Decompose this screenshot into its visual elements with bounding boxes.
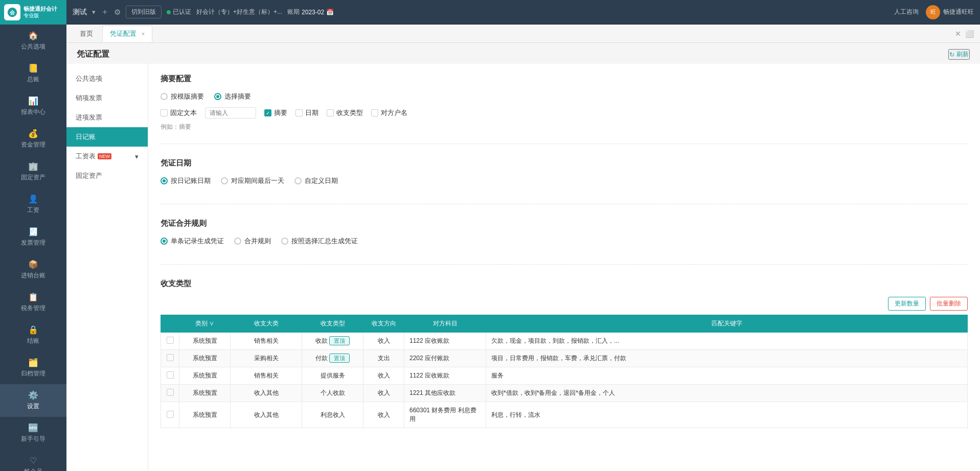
sidebar-item-closing[interactable]: 🔒 结账 (0, 319, 66, 351)
batch-delete-btn[interactable]: 批量删除 (930, 297, 968, 311)
help-btn[interactable]: 人工咨询 (894, 8, 919, 16)
income-type-table: 类别 ∨ 收支大类 收支类型 收支方向 对方科目 匹配关键字 系统预置 销售相关… (161, 315, 968, 428)
sidebar-item-tax[interactable]: 📋 税务管理 (0, 286, 66, 319)
merge-radio-aggregate[interactable]: 按照选择汇总生成凭证 (281, 237, 358, 246)
type-tag-btn[interactable]: 置顶 (329, 336, 350, 345)
content-header: 凭证配置 ↻ 刷新 (66, 43, 980, 64)
certified-dot (167, 10, 171, 14)
topbar-dropdown-arrow[interactable]: ▾ (92, 8, 96, 16)
leftnav-item-sales-invoice[interactable]: 销项发票 (66, 88, 148, 108)
sidebar-item-salary[interactable]: 👤 工资 (0, 188, 66, 221)
row-checkbox[interactable] (167, 354, 174, 361)
row-checkbox[interactable] (167, 371, 174, 379)
th-account: 对方科目 (404, 315, 486, 333)
row-checkbox[interactable] (167, 389, 174, 396)
th-direction: 收支方向 (363, 315, 404, 333)
row-major: 收入其他 (231, 385, 302, 402)
row-category: 系统预置 (179, 333, 231, 350)
merge-title: 凭证合并规则 (161, 219, 968, 228)
row-type: 利息收入 (302, 402, 363, 428)
leftnav-item-purchase-invoice[interactable]: 进项发票 (66, 108, 148, 127)
sidebar-item-archive[interactable]: 🗂️ 归档管理 (0, 351, 66, 384)
row-type: 提供服务 (302, 367, 363, 385)
maximize-icon[interactable]: ⬜ (965, 30, 974, 38)
date-radio-journal[interactable]: 按日记账日期 (161, 176, 211, 185)
sidebar: 会 畅捷通好会计 专业版 🏠 公共选项 📒 总账 📊 报表中心 💰 资金管理 🏢… (0, 0, 66, 471)
row-account: 1221 其他应收款 (404, 385, 486, 402)
row-checkbox-cell[interactable] (161, 350, 179, 367)
sidebar-item-label: 资金管理 (21, 140, 45, 149)
topbar-add-btn[interactable]: ＋ (101, 7, 109, 17)
topbar-right: 人工咨询 旺 畅捷通旺旺 (894, 5, 974, 19)
row-checkbox-cell[interactable] (161, 367, 179, 385)
user-menu[interactable]: 旺 畅捷通旺旺 (926, 5, 974, 19)
type-tag-btn[interactable]: 置顶 (329, 354, 350, 363)
tax-icon: 📋 (28, 292, 38, 302)
select-all-checkbox[interactable] (167, 319, 174, 326)
row-major: 销售相关 (231, 367, 302, 385)
checkbox-date[interactable]: 日期 (295, 108, 318, 117)
update-count-btn[interactable]: 更新数量 (888, 297, 926, 311)
calendar-icon[interactable]: 📅 (326, 9, 334, 16)
date-radio-last-day[interactable]: 对应期间最后一天 (221, 176, 284, 185)
tab-voucher-config[interactable]: 凭证配置 × (102, 26, 152, 42)
checkbox-fixed-text[interactable]: 固定文本 (161, 108, 197, 117)
radio-select-circle (214, 93, 221, 100)
row-keywords: 服务 (486, 367, 968, 385)
summary-radio-select[interactable]: 选择摘要 (214, 92, 251, 101)
merge-radio-single[interactable]: 单条记录生成凭证 (161, 237, 224, 246)
sidebar-item-home[interactable]: 🏠 公共选项 (0, 25, 66, 57)
refresh-btn[interactable]: ↻ 刷新 (948, 49, 970, 60)
table-row: 系统预置 收入其他 个人收款 收入 1221 其他应收款 收到*借款，收到*备用… (161, 385, 968, 402)
th-category[interactable]: 类别 ∨ (179, 315, 231, 333)
sidebar-item-label: 新手引导 (21, 435, 45, 443)
tab-close-btn[interactable]: × (142, 31, 145, 37)
fixed-text-checkbox (161, 109, 168, 116)
leftnav-item-payroll[interactable]: 工资表 NEW ▾ (66, 147, 148, 166)
sidebar-item-reports[interactable]: 📊 报表中心 (0, 90, 66, 123)
voucher-date-section: 凭证日期 按日记账日期 对应期间最后一天 自定义日期 (161, 158, 968, 204)
sidebar-item-purchase[interactable]: 📦 进销台账 (0, 253, 66, 286)
app-logo: 会 畅捷通好会计 专业版 (0, 0, 66, 25)
topbar-period: 账期 2023-02 📅 (287, 8, 334, 16)
checkbox-income-type[interactable]: 收支类型 (327, 108, 363, 117)
leftnav-item-journal[interactable]: 日记账 (66, 127, 148, 147)
summary-radio-template[interactable]: 按模版摘要 (161, 92, 204, 101)
row-checkbox-cell[interactable] (161, 402, 179, 428)
row-type: 收款 置顶 (302, 333, 363, 350)
summary-title: 摘要配置 (161, 74, 968, 84)
tab-home[interactable]: 首页 (73, 26, 100, 41)
fixed-text-input[interactable] (205, 107, 256, 119)
row-checkbox[interactable] (167, 337, 174, 344)
row-checkbox-cell[interactable] (161, 385, 179, 402)
sidebar-item-guide[interactable]: 🆕 新手引导 (0, 417, 66, 450)
checkbox-counterpart[interactable]: 对方户名 (371, 108, 407, 117)
row-checkbox[interactable] (167, 411, 174, 418)
row-account: 2202 应付账款 (404, 350, 486, 367)
leftnav-item-fixed-assets[interactable]: 固定资产 (66, 166, 148, 185)
sidebar-item-invoice[interactable]: 🧾 发票管理 (0, 221, 66, 253)
sidebar-item-ledger[interactable]: 📒 总账 (0, 57, 66, 90)
sidebar-item-label: 发票管理 (21, 239, 45, 247)
leftnav-item-public[interactable]: 公共选项 (66, 69, 148, 88)
sidebar-item-label: 设置 (27, 402, 39, 411)
date-radio-group: 按日记账日期 对应期间最后一天 自定义日期 (161, 176, 968, 185)
th-keyword: 匹配关键字 (486, 315, 968, 333)
row-checkbox-cell[interactable] (161, 333, 179, 350)
merge-radio-rules[interactable]: 合并规则 (234, 237, 271, 246)
row-keywords: 欠款，现金，项目款，到款，报销款，汇入，... (486, 333, 968, 350)
sidebar-item-funds[interactable]: 💰 资金管理 (0, 123, 66, 155)
switch-version-btn[interactable]: 切到旧版 (126, 6, 162, 18)
th-checkbox[interactable] (161, 315, 179, 333)
topbar-gear-btn[interactable]: ⚙ (114, 8, 121, 17)
th-major: 收支大类 (231, 315, 302, 333)
checkbox-summary[interactable]: ✓ 摘要 (264, 108, 287, 117)
sidebar-item-settings[interactable]: ⚙️ 设置 (0, 384, 66, 417)
page-title: 凭证配置 (77, 49, 109, 60)
date-radio-custom[interactable]: 自定义日期 (294, 176, 338, 185)
close-window-icon[interactable]: ✕ (955, 30, 961, 38)
sidebar-item-assets[interactable]: 🏢 固定资产 (0, 155, 66, 188)
row-account: 1122 应收账款 (404, 367, 486, 385)
sidebar-item-member[interactable]: ♡ 畅会员 (0, 450, 66, 471)
table-row: 系统预置 采购相关 付款 置顶 支出 2202 应付账款 项目，日常费用，报销款… (161, 350, 968, 367)
